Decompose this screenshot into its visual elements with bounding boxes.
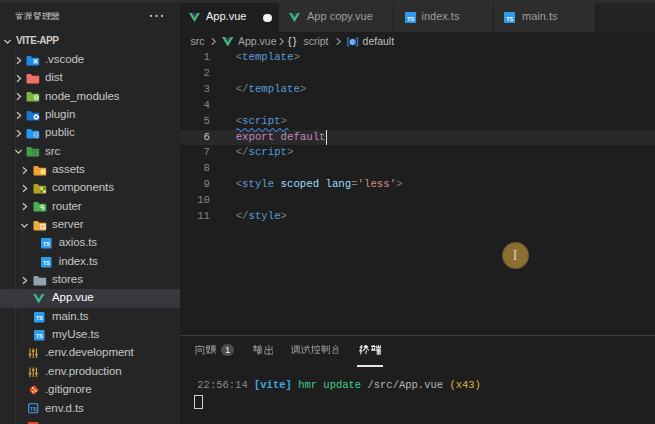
svg-text:TS: TS (30, 407, 37, 413)
svg-text:TS: TS (36, 333, 43, 339)
svg-text:TS: TS (43, 260, 50, 266)
svg-text:TS: TS (43, 242, 50, 248)
svg-text:TS: TS (506, 15, 513, 21)
svg-text:TS: TS (36, 315, 43, 321)
svg-text:TS: TS (407, 15, 414, 21)
